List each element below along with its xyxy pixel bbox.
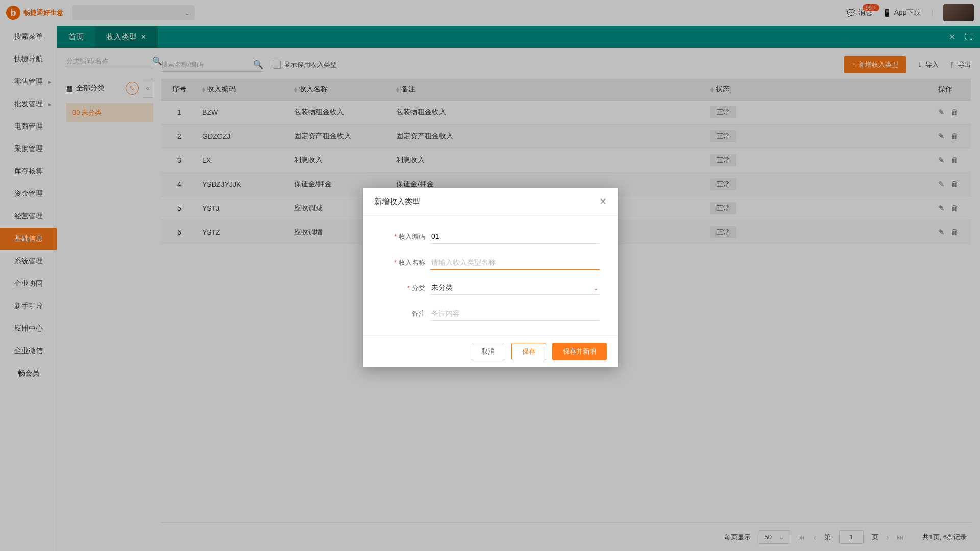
modal-title: 新增收入类型 bbox=[374, 197, 420, 207]
chevron-down-icon: ⌄ bbox=[593, 284, 599, 292]
modal-header: 新增收入类型 ✕ bbox=[363, 188, 618, 216]
cancel-button[interactable]: 取消 bbox=[471, 343, 505, 360]
close-icon[interactable]: ✕ bbox=[599, 196, 607, 207]
code-label: 收入编码 bbox=[381, 232, 430, 241]
name-label: 收入名称 bbox=[381, 258, 430, 267]
save-and-new-button[interactable]: 保存并新增 bbox=[552, 343, 607, 360]
remark-input[interactable] bbox=[430, 306, 600, 321]
code-input[interactable] bbox=[430, 229, 600, 244]
name-input[interactable] bbox=[430, 255, 600, 270]
save-button[interactable]: 保存 bbox=[511, 343, 546, 360]
field-remark: 备注 bbox=[381, 306, 600, 321]
field-code: 收入编码 bbox=[381, 229, 600, 244]
modal-footer: 取消 保存 保存并新增 bbox=[363, 335, 618, 367]
remark-label: 备注 bbox=[381, 309, 430, 318]
field-category: 分类 未分类 ⌄ bbox=[381, 281, 600, 295]
field-name: 收入名称 bbox=[381, 255, 600, 270]
category-label: 分类 bbox=[381, 284, 430, 293]
new-income-type-modal: 新增收入类型 ✕ 收入编码 收入名称 分类 未分类 ⌄ 备注 取消 保存 保存并… bbox=[363, 188, 618, 367]
category-select[interactable]: 未分类 ⌄ bbox=[430, 281, 600, 295]
modal-body: 收入编码 收入名称 分类 未分类 ⌄ 备注 bbox=[363, 216, 618, 335]
category-value: 未分类 bbox=[431, 283, 453, 292]
